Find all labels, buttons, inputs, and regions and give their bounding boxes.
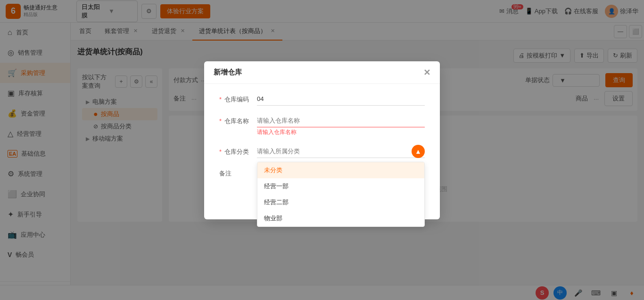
dialog-body: * 仓库编码 * 仓库名称 请输入仓库名称 * 仓库分类 [204,84,440,180]
warehouse-code-control [257,92,425,106]
required-star2: * [219,117,222,125]
dialog-header: 新增仓库 ✕ [204,61,440,84]
category-option-dept2[interactable]: 经营二部 [257,194,424,210]
category-dropdown: 未分类 经营一部 经营二部 物业部 [257,162,425,227]
warehouse-code-input[interactable] [257,92,425,106]
warehouse-name-input[interactable] [257,114,425,127]
category-input[interactable] [257,145,425,158]
warehouse-category-label: * 仓库分类 [219,145,257,156]
category-option-dept1[interactable]: 经营一部 [257,178,424,194]
add-warehouse-dialog: 新增仓库 ✕ * 仓库编码 * 仓库名称 请输入仓库名称 [204,61,440,219]
warehouse-code-row: * 仓库编码 [219,92,425,106]
warehouse-category-row: * 仓库分类 ▲ 未分类 经营一部 经营二部 物业部 [219,145,425,158]
warehouse-name-label: * 仓库名称 [219,114,257,125]
warehouse-code-label: * 仓库编码 [219,92,257,104]
required-star3: * [219,148,222,155]
category-option-uncategorized[interactable]: 未分类 [257,162,424,178]
required-star: * [219,96,222,103]
warehouse-name-control: 请输入仓库名称 [257,114,425,136]
dialog-title: 新增仓库 [214,68,242,77]
category-input-wrapper: ▲ 未分类 经营一部 经营二部 物业部 [257,145,425,158]
warehouse-name-row: * 仓库名称 请输入仓库名称 [219,114,425,136]
warehouse-name-error: 请输入仓库名称 [257,128,425,136]
category-option-property[interactable]: 物业部 [257,210,424,226]
remark-label: 备注 [219,167,257,178]
category-toggle-button[interactable]: ▲ [412,145,425,158]
dialog-close-button[interactable]: ✕ [423,68,430,77]
